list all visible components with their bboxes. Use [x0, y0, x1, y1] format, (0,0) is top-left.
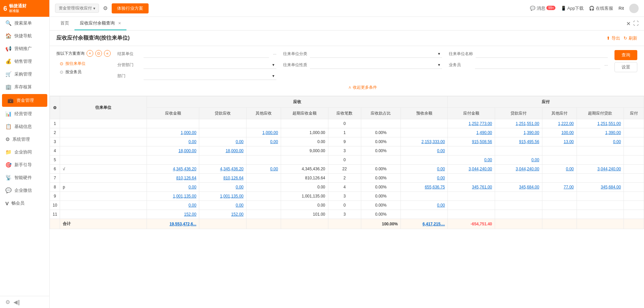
collapse-button[interactable]: ∧ 收起更多条件: [117, 83, 608, 92]
td-ar-amt[interactable]: 1,001,135.00: [147, 192, 199, 201]
th-settings[interactable]: ⚙: [50, 96, 60, 119]
settings-icon[interactable]: ⚙: [5, 299, 10, 305]
salesperson-input[interactable]: [475, 61, 600, 69]
td-ap-overdue[interactable]: 0.00: [577, 137, 624, 146]
td-ap-loan[interactable]: 915,495.56: [495, 137, 542, 146]
sidebar-item-member[interactable]: V 畅会员: [0, 197, 49, 210]
collapse-scheme-button[interactable]: «: [104, 50, 111, 57]
td-ap-other[interactable]: 13.00: [542, 137, 577, 146]
sidebar-item-purchase[interactable]: 🛒 采购管理: [0, 68, 49, 81]
td-ap-amt[interactable]: 3,044,240.00: [448, 165, 495, 174]
td-ap-loan[interactable]: 345,684.00: [495, 183, 542, 192]
sidebar-item-inventory[interactable]: 🏢 库存核算: [0, 81, 49, 93]
category-select[interactable]: ▾: [310, 50, 442, 58]
td-ap-amt[interactable]: 345,761.00: [448, 183, 495, 192]
td-ar-amt[interactable]: 18,000.00: [147, 146, 199, 156]
sidebar-item-management[interactable]: 📊 经营管理: [0, 107, 49, 120]
user-name[interactable]: Rit: [619, 6, 624, 11]
td-prepaid[interactable]: 0.00: [400, 165, 448, 174]
td-ap-loan[interactable]: 3,044,240.00: [495, 165, 542, 174]
unit-name-input[interactable]: [476, 50, 608, 58]
td-ap-other[interactable]: 100.00: [542, 128, 577, 137]
td-ap-overdue[interactable]: 1,251,551.00: [577, 119, 624, 128]
sidebar-item-marketing[interactable]: 📢 营销推广: [0, 42, 49, 55]
td-ap-amt[interactable]: 1,490.00: [448, 128, 495, 137]
td-ap-amt[interactable]: 1,252,773.00: [448, 119, 495, 128]
settlement-input[interactable]: [144, 50, 269, 58]
avatar[interactable]: [629, 4, 639, 13]
td-prepaid[interactable]: 655,636.75: [400, 183, 448, 192]
td-ar-loan[interactable]: 1,001,135.00: [199, 192, 247, 201]
footer-prepaid[interactable]: 6,417,215....: [400, 219, 448, 229]
td-ar-amt[interactable]: 4,345,436.20: [147, 165, 199, 174]
td-ar-other[interactable]: 0.00: [247, 137, 281, 146]
gear-icon[interactable]: ⚙: [103, 5, 108, 11]
add-scheme-button[interactable]: +: [87, 50, 93, 57]
export-button[interactable]: ⬆ 导出: [606, 35, 620, 41]
department-select[interactable]: ▾: [144, 72, 276, 80]
td-ap-overdue[interactable]: 345,684.00: [577, 183, 624, 192]
td-ar-other[interactable]: 1,000.00: [247, 128, 281, 137]
promo-button[interactable]: 体验行业方案: [112, 3, 149, 13]
table-container[interactable]: ⚙ 往来单位 应收 应付 应收金额 贷款应收 其他应收 超期应收金额 应收笔数 …: [50, 96, 644, 308]
sidebar-item-nav[interactable]: 🏠 快捷导航: [0, 30, 49, 42]
salesperson-dots[interactable]: ···: [604, 63, 608, 68]
tab-close-icon[interactable]: ✕: [118, 21, 121, 25]
td-ar-amt[interactable]: 1,000.00: [147, 128, 199, 137]
sidebar-item-wechat[interactable]: 💬 企业微信: [0, 184, 49, 197]
td-prepaid[interactable]: 0.00: [400, 146, 448, 156]
td-ar-loan[interactable]: 4,345,436.20: [199, 165, 247, 174]
td-ar-other[interactable]: 0.00: [247, 165, 281, 174]
dept-select[interactable]: ▾: [144, 61, 276, 69]
sidebar-item-finance[interactable]: 💼 资金管理: [2, 94, 47, 107]
td-ap-amt[interactable]: 915,508.56: [448, 137, 495, 146]
td-ar-amt[interactable]: 0.00: [147, 137, 199, 146]
tab-home[interactable]: 首页: [55, 17, 74, 30]
td-ap-overdue[interactable]: 3,044,240.00: [577, 165, 624, 174]
td-ar-amt[interactable]: 810,126.64: [147, 174, 199, 183]
td-ar-loan[interactable]: 0.00: [199, 137, 247, 146]
td-ar-amt[interactable]: 0.00: [147, 201, 199, 210]
tab-query[interactable]: 应收应付余额查询 ✕: [74, 17, 126, 30]
td-prepaid[interactable]: 0.00: [400, 174, 448, 183]
td-ar-loan[interactable]: 810,126.64: [199, 174, 247, 183]
tab-close-button[interactable]: ✕: [626, 20, 631, 27]
set-button[interactable]: 设置: [614, 62, 637, 72]
settlement-dots[interactable]: ···: [273, 52, 276, 56]
query-button[interactable]: 查询: [614, 50, 637, 60]
message-item[interactable]: 💬 消息 99+: [530, 5, 555, 11]
sidebar-item-basic[interactable]: 📋 基础信息: [0, 120, 49, 133]
filter-option-unit[interactable]: ⊙ 按往来单位: [56, 59, 111, 68]
td-ar-loan[interactable]: 0.00: [199, 201, 247, 210]
table-settings-icon[interactable]: ⚙: [53, 105, 57, 110]
td-ar-amt[interactable]: 0.00: [147, 183, 199, 192]
refresh-button[interactable]: ↻ 刷新: [624, 35, 637, 41]
td-ar-loan[interactable]: 18,000.00: [199, 146, 247, 156]
nature-select[interactable]: ▾: [310, 61, 442, 69]
td-ap-loan[interactable]: 1,251,551.00: [495, 119, 542, 128]
sidebar-item-system[interactable]: ⚙ 系统管理: [0, 133, 49, 146]
td-ap-other[interactable]: 77.00: [542, 183, 577, 192]
td-ap-other[interactable]: 1,222.00: [542, 119, 577, 128]
edit-scheme-button[interactable]: ⊙: [95, 50, 102, 57]
tab-expand-button[interactable]: ⛶: [633, 20, 639, 27]
sidebar-item-collab[interactable]: 📁 企业协同: [0, 146, 49, 159]
footer-ar-amt[interactable]: 19,553,472,6...: [147, 219, 199, 229]
online-service-item[interactable]: 🎧 在线客服: [589, 5, 613, 11]
collapse-icon[interactable]: ◀‖: [13, 299, 20, 305]
sidebar-item-search[interactable]: 🔍 搜索菜单: [0, 17, 49, 30]
td-ap-overdue[interactable]: 1,390.00: [577, 128, 624, 137]
sidebar-item-hardware[interactable]: 📡 智能硬件: [0, 171, 49, 184]
td-ar-loan[interactable]: 0.00: [199, 183, 247, 192]
sidebar-item-guide[interactable]: 🎯 新手引导: [0, 159, 49, 171]
td-ar-amt[interactable]: 152.00: [147, 210, 199, 219]
app-download-item[interactable]: 📱 App下载: [561, 5, 584, 11]
td-prepaid[interactable]: 0.00: [400, 201, 448, 210]
td-prepaid[interactable]: 2,153,333.00: [400, 137, 448, 146]
sidebar-item-sales[interactable]: 💰 销售管理: [0, 55, 49, 68]
filter-option-salesperson[interactable]: ⊙ 按业务员: [56, 68, 111, 76]
td-ap-amt[interactable]: 0.00: [448, 156, 495, 165]
td-ap-other[interactable]: 0.00: [542, 165, 577, 174]
td-ap-loan[interactable]: 1,390.00: [495, 128, 542, 137]
td-ar-loan[interactable]: 152.00: [199, 210, 247, 219]
